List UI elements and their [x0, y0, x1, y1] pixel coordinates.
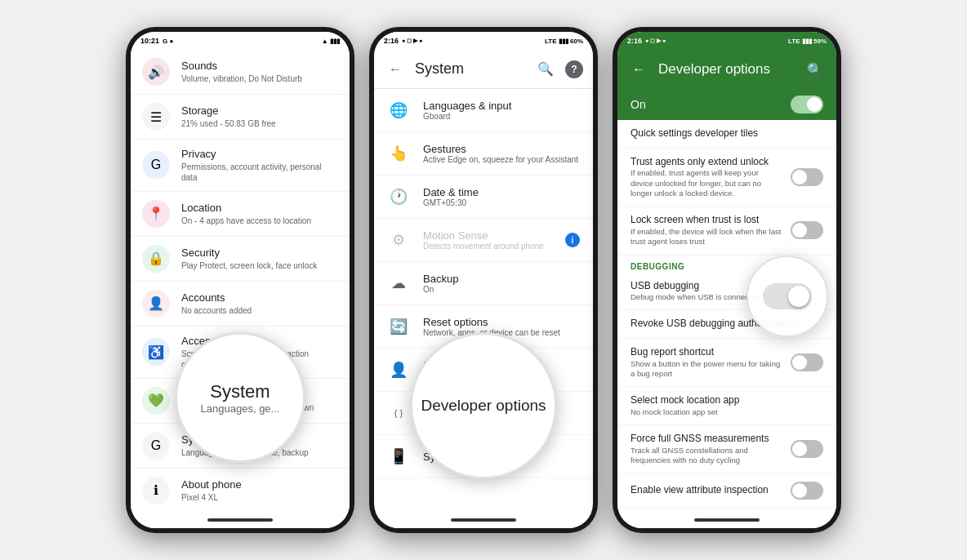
dev-item-mock-location[interactable]: Select mock location app No mock locatio… — [617, 387, 836, 425]
datetime-icon: 🕐 — [387, 185, 410, 208]
home-indicator-phone1 — [131, 512, 350, 528]
magnify-circle-phone1: System Languages, ge... — [175, 332, 305, 463]
view-attr-title: Enable view attribute inspection — [631, 484, 782, 497]
phone3: 2:16 ● ◻ ▶ ● LTE ▮▮▮ 59% ← Developer opt… — [613, 27, 841, 533]
dev-on-toggle[interactable] — [791, 96, 823, 113]
time-phone3: 2:16 — [627, 37, 642, 45]
languages-icon: 🌐 — [387, 99, 410, 122]
system-item-motion[interactable]: ⚙ Motion Sense Detects movement around p… — [374, 219, 593, 262]
motion-icon: ⚙ — [387, 229, 410, 251]
search-button-phone3[interactable]: 🔍 — [804, 58, 827, 81]
search-button-phone2[interactable]: 🔍 — [534, 58, 557, 81]
bug-report-title: Bug report shortcut — [631, 346, 782, 359]
left-icons-phone1: G ● — [163, 38, 173, 45]
toggle-circle-overlay — [746, 256, 828, 337]
security-icon: 🔒 — [142, 245, 170, 273]
developer-options-list: Quick settings developer tiles Trust age… — [617, 120, 836, 512]
developer-icon: { } — [387, 402, 410, 424]
dev-item-gnss[interactable]: Force full GNSS measurements Track all G… — [617, 425, 836, 473]
trust-agents-sub: If enabled, trust agents will keep your … — [631, 168, 782, 198]
update-icon: 📱 — [387, 445, 410, 468]
home-indicator-phone2 — [374, 512, 593, 528]
settings-item-about[interactable]: ℹ About phone Pixel 4 XL — [131, 469, 350, 512]
location-icon: 📍 — [142, 200, 170, 228]
accounts-sub: No accounts added — [181, 305, 338, 316]
help-button-phone2[interactable]: ? — [565, 60, 583, 78]
bug-report-sub: Show a button in the power menu for taki… — [631, 359, 782, 380]
backup-title: Backup — [423, 273, 580, 285]
magnify2-text: Developer options — [412, 397, 554, 415]
dev-item-view-attr[interactable]: Enable view attribute inspection — [617, 474, 836, 508]
settings-item-location[interactable]: 📍 Location On - 4 apps have access to lo… — [131, 192, 350, 237]
languages-sub: Gboard — [423, 112, 580, 121]
time-phone2: 2:16 — [384, 37, 399, 45]
right-icons-phone1: ▲ ▮▮▮ — [322, 38, 340, 45]
settings-item-storage[interactable]: ☰ Storage 21% used - 50.83 GB free — [131, 95, 350, 140]
dev-on-row: On — [617, 89, 836, 120]
location-title: Location — [181, 202, 338, 216]
mock-location-sub: No mock location app set — [631, 407, 823, 417]
status-bar-phone1: 10:21 G ● ▲ ▮▮▮ — [131, 32, 350, 50]
system-item-backup[interactable]: ☁ Backup On — [374, 262, 593, 305]
view-attr-toggle[interactable] — [791, 482, 823, 500]
motion-title: Motion Sense — [423, 229, 552, 242]
about-title: About phone — [181, 478, 338, 492]
magnify-small-text: Languages, ge... — [201, 402, 280, 415]
time-phone1: 10:21 — [140, 37, 159, 45]
reset-icon: 🔄 — [387, 315, 410, 338]
reset-title: Reset options — [423, 316, 580, 328]
home-indicator-phone3 — [617, 512, 836, 528]
dev-item-bug-report[interactable]: Bug report shortcut Show a button in the… — [617, 339, 836, 387]
settings-item-accounts[interactable]: 👤 Accounts No accounts added — [131, 282, 350, 327]
developer-app-bar: ← Developer options 🔍 — [617, 50, 836, 89]
dev-item-quick-settings[interactable]: Quick settings developer tiles — [617, 120, 836, 149]
settings-item-sounds[interactable]: 🔊 Sounds Volume, vibration, Do Not Distu… — [131, 50, 350, 95]
languages-title: Languages & input — [423, 100, 580, 112]
system-item-gestures[interactable]: 👆 Gestures Active Edge on, squeeze for y… — [374, 132, 593, 176]
security-title: Security — [181, 247, 338, 260]
gnss-toggle[interactable] — [791, 440, 823, 458]
gnss-sub: Track all GNSS constellations and freque… — [631, 446, 782, 466]
sounds-sub: Volume, vibration, Do Not Disturb — [181, 73, 338, 84]
phone2: 2:16 ● ◻ ▶ ● LTE ▮▮▮ 60% ← System 🔍 ? 🌐 … — [369, 27, 598, 533]
mock-location-title: Select mock location app — [631, 394, 823, 407]
system-icon: G — [142, 432, 170, 460]
settings-item-security[interactable]: 🔒 Security Play Protect, screen lock, fa… — [131, 237, 350, 282]
motion-badge: i — [565, 233, 580, 247]
sounds-icon: 🔊 — [142, 58, 170, 86]
system-item-datetime[interactable]: 🕐 Date & time GMT+05:30 — [374, 176, 593, 219]
about-sub: Pixel 4 XL — [181, 492, 338, 503]
motion-sub: Detects movement around phone — [423, 242, 552, 251]
status-bar-phone3: 2:16 ● ◻ ▶ ● LTE ▮▮▮ 59% — [617, 32, 836, 50]
system-title: System — [415, 60, 526, 78]
lock-screen-sub: If enabled, the device will lock when th… — [631, 227, 782, 247]
lock-screen-title: Lock screen when trust is lost — [631, 214, 782, 227]
system-item-languages[interactable]: 🌐 Languages & input Gboard — [374, 89, 593, 132]
developer-options-title: Developer options — [658, 61, 795, 78]
settings-item-privacy[interactable]: G Privacy Permissions, account activity,… — [131, 140, 350, 192]
bug-report-toggle[interactable] — [791, 353, 823, 371]
system-app-bar: ← System 🔍 ? — [374, 50, 593, 89]
gestures-title: Gestures — [423, 143, 580, 155]
dev-item-lock-screen[interactable]: Lock screen when trust is lost If enable… — [617, 207, 836, 255]
back-button-phone2[interactable]: ← — [384, 58, 407, 81]
dev-item-trust-agents[interactable]: Trust agents only extend unlock If enabl… — [617, 149, 836, 207]
about-icon: ℹ — [142, 477, 170, 504]
settings-list-container: 🔊 Sounds Volume, vibration, Do Not Distu… — [131, 50, 350, 512]
privacy-title: Privacy — [181, 148, 338, 162]
backup-icon: ☁ — [387, 272, 410, 295]
big-toggle-usb[interactable] — [763, 283, 812, 309]
magnify-big-text: System — [201, 381, 280, 402]
storage-title: Storage — [181, 104, 338, 118]
trust-agents-toggle[interactable] — [791, 168, 823, 186]
accounts-title: Accounts — [181, 291, 338, 305]
right-icons-phone2: LTE ▮▮▮ 60% — [545, 38, 583, 45]
accessibility-icon: ♿ — [142, 338, 170, 366]
back-button-phone3[interactable]: ← — [627, 58, 650, 81]
lock-screen-toggle[interactable] — [791, 221, 823, 239]
magnify-circle-phone2: Developer options — [410, 332, 557, 479]
gestures-icon: 👆 — [387, 142, 410, 165]
dev-item-debug-app[interactable]: Select debug app — [617, 508, 836, 512]
privacy-icon: G — [142, 151, 170, 179]
system-list-container: 🌐 Languages & input Gboard 👆 Gestures Ac… — [374, 89, 593, 512]
